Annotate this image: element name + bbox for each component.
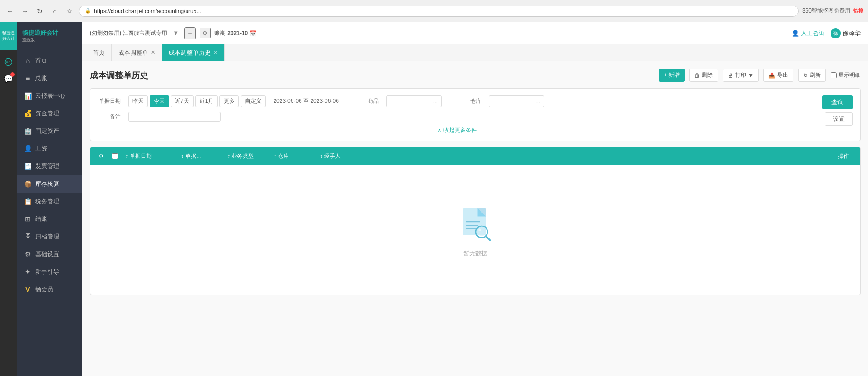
chat-badge	[10, 72, 15, 77]
sidebar-item-tax[interactable]: 📋 税务管理	[17, 193, 82, 210]
sidebar-item-member[interactable]: V 畅会员	[17, 281, 82, 298]
export-button[interactable]: 📤 导出	[763, 69, 793, 82]
filter-left: 单据日期 昨天 今天 近7天 近1月 更多 自定义 2023-06-06 至 2…	[98, 95, 817, 134]
table-settings-icon[interactable]: ⚙	[94, 153, 108, 159]
th-operator-label: ↕ 经手人	[320, 152, 341, 160]
print-icon: 🖨	[728, 72, 733, 79]
inventory-icon: 📦	[24, 180, 31, 188]
th-operator[interactable]: ↕ 经手人	[316, 152, 372, 160]
sidebar-item-fixed-assets[interactable]: 🏢 固定资产	[17, 122, 82, 140]
collapse-btn[interactable]: ∧ 收起更多条件	[437, 126, 477, 134]
warehouse-filter-label: 仓库	[458, 97, 481, 105]
sidebar-label-inventory: 库存核算	[35, 180, 59, 188]
back-button[interactable]: ←	[5, 6, 16, 17]
sidebar-item-funds[interactable]: 💰 资金管理	[17, 105, 82, 122]
warehouse-dropdown[interactable]: ...	[489, 95, 544, 107]
page-area: 成本调整单历史 + 新增 🗑 删除 🖨 打印 ▼ 📤 导出	[82, 61, 868, 376]
sidebar-item-invoice[interactable]: 🧾 发票管理	[17, 157, 82, 175]
th-warehouse[interactable]: ↕ 仓库	[270, 152, 316, 160]
print-button[interactable]: 🖨 打印 ▼	[723, 69, 759, 82]
th-type[interactable]: ↕ 业务类型	[224, 152, 270, 160]
sidebar-item-close-books[interactable]: ⊞ 结账	[17, 210, 82, 228]
note-filter-label: 备注	[98, 113, 121, 121]
bookmark-button[interactable]: ☆	[64, 6, 75, 17]
tax-icon: 📋	[24, 198, 31, 205]
sidebar-item-inventory[interactable]: 📦 库存核算	[17, 175, 82, 193]
tab-home-label: 首页	[93, 49, 105, 57]
add-company-button[interactable]: ＋	[184, 27, 196, 39]
sidebar-item-settings[interactable]: ⚙ 基础设置	[17, 245, 82, 263]
date-btn-more[interactable]: 更多	[219, 95, 239, 107]
forward-button[interactable]: →	[19, 6, 31, 17]
sidebar-item-reports[interactable]: 📊 云报表中心	[17, 87, 82, 105]
collapse-icon: ∧	[437, 127, 442, 134]
date-btn-1month[interactable]: 近1月	[195, 95, 218, 107]
iconbar-weibo[interactable]: W	[0, 54, 17, 70]
tab-cost-adjust-history[interactable]: 成本调整单历史 ✕	[162, 44, 225, 61]
sidebar-label-guide: 新手引导	[35, 268, 59, 276]
th-action-label: 操作	[838, 152, 849, 160]
page-title: 成本调整单历史	[90, 70, 148, 81]
tab-cost-adjust[interactable]: 成本调整单 ✕	[112, 44, 162, 61]
home-button[interactable]: ⌂	[49, 6, 60, 17]
company-dropdown-icon[interactable]: ▼	[171, 29, 181, 38]
sidebar-label-archive: 归档管理	[35, 232, 59, 241]
delete-button[interactable]: 🗑 删除	[689, 69, 718, 82]
th-doc[interactable]: ↕ 单据...	[177, 152, 224, 160]
tab-cost-adjust-history-close[interactable]: ✕	[213, 50, 218, 56]
th-warehouse-label: ↕ 仓库	[274, 152, 289, 160]
tab-cost-adjust-close[interactable]: ✕	[151, 50, 155, 56]
browser-tools: 360智能抠图免费用 热搜	[802, 7, 863, 15]
search-text: 360智能抠图免费用	[802, 7, 850, 15]
user-service-btn[interactable]: 👤 人工咨询	[792, 29, 825, 38]
date-btn-yesterday[interactable]: 昨天	[128, 95, 148, 107]
sidebar-item-home[interactable]: ⌂ 首页	[17, 52, 82, 69]
empty-text: 暂无数据	[463, 249, 487, 257]
sidebar-item-archive[interactable]: 🗄 归档管理	[17, 228, 82, 245]
query-button[interactable]: 查询	[822, 95, 853, 109]
tab-home[interactable]: 首页	[86, 44, 112, 61]
goods-dropdown[interactable]: ...	[386, 95, 442, 107]
refresh-button[interactable]: ↻	[34, 6, 45, 17]
new-button[interactable]: + 新增	[659, 69, 685, 82]
note-input[interactable]	[128, 112, 221, 122]
sidebar-label-home: 首页	[35, 56, 47, 65]
sidebar-item-payroll[interactable]: 👤 工资	[17, 140, 82, 157]
filter-settings-button[interactable]: 设置	[825, 112, 853, 126]
svg-text:W: W	[6, 60, 10, 64]
date-btn-today[interactable]: 今天	[150, 95, 169, 107]
filter-section: 单据日期 昨天 今天 近7天 近1月 更多 自定义 2023-06-06 至 2…	[98, 95, 853, 134]
user-name-btn[interactable]: 徐 徐泽华	[831, 28, 861, 38]
address-bar[interactable]: 🔒 https://cloud.chanjet.com/accounting/u…	[79, 6, 799, 17]
ledger-icon: ≡	[24, 75, 31, 82]
filter-right-btns: 查询 设置	[822, 95, 853, 134]
sidebar-item-ledger[interactable]: ≡ 总账	[17, 69, 82, 87]
show-bright-checkbox[interactable]: 显示明细	[831, 71, 861, 79]
th-date[interactable]: ↕ 单据日期	[122, 152, 177, 160]
date-btn-7days[interactable]: 近7天	[171, 95, 194, 107]
th-type-label: ↕ 业务类型	[227, 152, 254, 160]
settings-gear-icon[interactable]: ⚙	[200, 28, 211, 38]
page-title-bar: 成本调整单历史 + 新增 🗑 删除 🖨 打印 ▼ 📤 导出	[90, 69, 861, 82]
url-text: https://cloud.chanjet.com/accounting/uru…	[94, 8, 201, 14]
calendar-icon[interactable]: 📅	[250, 30, 256, 37]
sidebar: 畅捷通好会计 旗舰版 ⌂ 首页 ≡ 总账 📊 云报表中心 💰 资金管理 🏢	[17, 22, 82, 376]
date-filter-label: 单据日期	[98, 97, 121, 105]
payroll-icon: 👤	[24, 145, 31, 152]
sidebar-logo-text: 畅捷通好会计	[22, 29, 58, 37]
show-bright-label: 显示明细	[838, 71, 861, 79]
date-btn-custom[interactable]: 自定义	[241, 95, 266, 107]
date-range-display: 2023-06-06 至 2023-06-06	[273, 97, 338, 105]
iconbar-chat[interactable]: 💬	[0, 70, 17, 87]
browser-chrome: ← → ↻ ⌂ ☆ 🔒 https://cloud.chanjet.com/ac…	[0, 0, 868, 22]
refresh-button[interactable]: ↻ 刷新	[798, 69, 826, 82]
sidebar-label-tax: 税务管理	[35, 197, 59, 206]
sidebar-item-guide[interactable]: ✦ 新手引导	[17, 263, 82, 281]
svg-point-11	[478, 229, 481, 231]
select-all-checkbox[interactable]	[112, 153, 118, 159]
refresh-icon: ↻	[803, 72, 808, 79]
lock-icon: 🔒	[85, 8, 91, 14]
table-select-all[interactable]	[108, 153, 122, 159]
top-header-right: 👤 人工咨询 徐 徐泽华	[792, 28, 861, 38]
show-bright-input[interactable]	[831, 72, 837, 78]
